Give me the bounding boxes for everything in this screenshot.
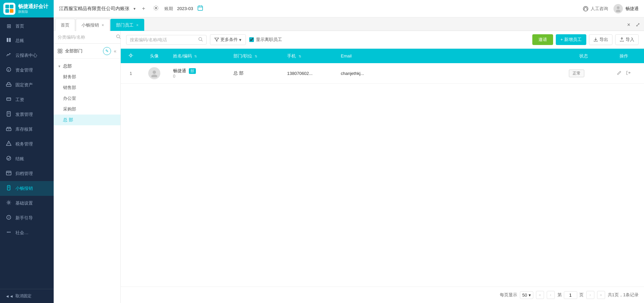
sidebar-item-invoice[interactable]: 发票管理 <box>0 107 54 122</box>
page-input[interactable] <box>564 291 577 299</box>
dept-item-general-parent[interactable]: ▼ 总部 <box>54 61 120 72</box>
user-info[interactable]: 畅捷通 <box>613 4 639 13</box>
sort-phone-icon: ⇅ <box>299 54 301 58</box>
sidebar-item-settle[interactable]: 结账 <box>0 152 54 166</box>
tab-xiaochang[interactable]: 小畅报销 × <box>76 19 110 31</box>
sidebar-item-salary[interactable]: 工资 <box>0 92 54 107</box>
emp-name: 畅捷通 <box>173 68 186 74</box>
company-dropdown-btn[interactable]: ▾ <box>133 6 136 11</box>
tab-dept-emp[interactable]: 部门员工 × <box>110 19 144 31</box>
sidebar-item-basic[interactable]: 基础设置 <box>0 196 54 211</box>
tab-dept-emp-close[interactable]: × <box>136 23 139 28</box>
dept-edit-btn[interactable]: ✎ <box>103 47 111 55</box>
period-value[interactable]: 2023-03 <box>177 6 193 11</box>
svg-point-51 <box>151 75 157 77</box>
filter-btn[interactable]: 更多条件 ▾ <box>210 34 246 45</box>
export-icon <box>593 37 598 42</box>
sidebar-item-label-home: 首页 <box>15 23 24 29</box>
capital-icon: ¥ <box>5 67 12 74</box>
salary-icon <box>5 96 12 103</box>
reports-icon <box>5 52 12 59</box>
sidebar-item-tax[interactable]: 税务管理 <box>0 137 54 152</box>
all-depts-label: 全部部门 <box>65 48 100 54</box>
col-header-action: 操作 <box>604 49 644 63</box>
svg-rect-0 <box>5 5 9 8</box>
add-emp-btn[interactable]: + 新增员工 <box>556 34 586 45</box>
dept-item-procurement[interactable]: 采购部 <box>54 104 120 115</box>
dept-item-finance[interactable]: 财务部 <box>54 72 120 82</box>
export-btn[interactable]: 导出 <box>589 34 612 45</box>
company-name: 江西服宝精品有限责任公司内账张 <box>59 6 129 12</box>
dept-search-icon[interactable] <box>116 34 121 40</box>
emp-table: 头像 姓名/编码 ⇅ 部门/职位 ⇅ 手机 <box>121 49 644 84</box>
dept-search-box <box>54 31 120 44</box>
show-resigned-label[interactable]: 显示离职员工 <box>249 37 282 43</box>
sidebar-item-guide[interactable]: ? 新手引导 <box>0 211 54 225</box>
col-header-name[interactable]: 姓名/编码 ⇅ <box>168 49 228 63</box>
page-input-area: 第 页 <box>557 291 584 299</box>
logout-emp-btn[interactable] <box>626 70 631 76</box>
page-prev-btn[interactable]: ‹ <box>547 291 555 299</box>
sidebar-item-label-more: 社会… <box>15 230 29 236</box>
dept-tree: ▼ 总部 财务部 销售部 办公室 采购部 总 部 <box>54 59 120 303</box>
tab-home[interactable]: 首页 <box>55 19 75 31</box>
page-next-btn[interactable]: › <box>586 291 594 299</box>
filter-icon <box>214 37 219 42</box>
sidebar-item-inventory[interactable]: 库存核算 <box>0 122 54 137</box>
app-name-block: 畅捷通好会计 旗舰版 <box>18 3 48 14</box>
sidebar-item-label-capital: 资金管理 <box>15 67 33 73</box>
table-row: 1 畅捷通 部 <box>121 63 644 84</box>
page-last-btn[interactable]: » <box>597 291 605 299</box>
tab-expand-btn[interactable]: ⤢ <box>634 20 641 29</box>
svg-point-39 <box>617 6 620 9</box>
sidebar-item-label-archive: 归档管理 <box>15 171 33 177</box>
emp-avatar <box>148 67 160 79</box>
show-resigned-checkbox[interactable] <box>249 37 254 42</box>
settings-col-icon[interactable] <box>128 53 133 58</box>
invite-btn[interactable]: 邀请 <box>532 34 553 45</box>
emp-search-input[interactable] <box>130 37 196 42</box>
svg-text:?: ? <box>8 216 10 219</box>
sidebar-item-ledger[interactable]: 总账 <box>0 33 54 48</box>
page-first-btn[interactable]: « <box>536 291 544 299</box>
tab-xiaochang-close[interactable]: × <box>102 23 104 28</box>
per-page-value: 50 <box>522 293 527 298</box>
svg-rect-4 <box>7 38 8 42</box>
cancel-fixed-label: 取消固定 <box>15 293 32 299</box>
dept-item-sales[interactable]: 销售部 <box>54 82 120 93</box>
add-company-btn[interactable]: ＋ <box>140 4 148 13</box>
customer-service-label: 人工咨询 <box>591 6 608 12</box>
dept-search-input[interactable] <box>58 35 114 40</box>
col-header-phone[interactable]: 手机 ⇅ <box>282 49 335 63</box>
dept-grid-icon <box>58 49 62 53</box>
sidebar-item-capital[interactable]: ¥ 资金管理 <box>0 63 54 78</box>
col-header-status: 状态 <box>564 49 604 63</box>
tab-close-all-btn[interactable]: × <box>626 20 632 29</box>
settings-btn[interactable] <box>152 4 160 14</box>
import-btn[interactable]: 导入 <box>615 34 639 45</box>
inventory-icon <box>5 126 12 133</box>
customer-service-btn[interactable]: 人工咨询 <box>583 6 608 12</box>
sidebar-item-more[interactable]: 社会… <box>0 225 54 240</box>
dept-item-label-general: 总部 <box>63 63 72 69</box>
sidebar-item-fixed-assets[interactable]: 固定资产 <box>0 78 54 92</box>
dept-item-general2[interactable]: 总 部 <box>54 115 120 125</box>
cancel-fixed-btn[interactable]: ◄◄ 取消固定 <box>5 293 48 299</box>
edit-emp-btn[interactable] <box>617 70 622 76</box>
sidebar-item-home[interactable]: ⊞ 首页 <box>0 19 54 33</box>
per-page-select[interactable]: 50 ▾ <box>520 291 533 299</box>
svg-point-25 <box>8 202 10 204</box>
dept-collapse-btn[interactable]: « <box>114 48 116 54</box>
sidebar-item-reports[interactable]: 云报表中心 <box>0 48 54 63</box>
emp-search-icon[interactable] <box>198 37 203 43</box>
svg-text:¥: ¥ <box>7 69 9 72</box>
svg-point-50 <box>153 71 156 74</box>
period-label: 账期 <box>164 6 173 12</box>
dept-item-label-general2: 总 部 <box>63 117 73 122</box>
sidebar-item-xiaochang[interactable]: 小畅报销 <box>0 181 54 196</box>
col-header-dept[interactable]: 部门/职位 ⇅ <box>228 49 282 63</box>
dept-item-office[interactable]: 办公室 <box>54 93 120 104</box>
emp-dept-badge: 部 <box>189 68 196 74</box>
sidebar-item-archive[interactable]: 归档管理 <box>0 166 54 181</box>
period-calendar-btn[interactable] <box>197 5 203 12</box>
